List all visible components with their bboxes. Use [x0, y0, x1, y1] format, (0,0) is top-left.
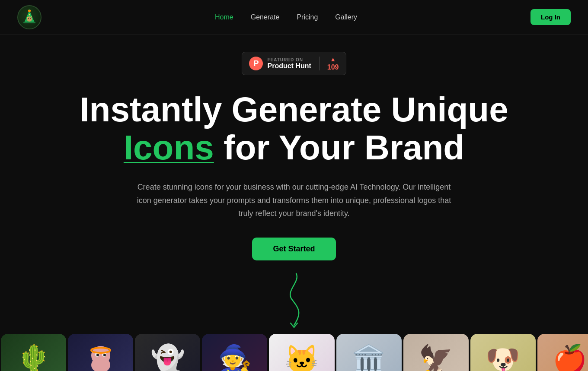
icon-card-0-image: 🌵: [1, 334, 66, 371]
icon-card-1[interactable]: [68, 334, 133, 371]
hero-section: P FEATURED ON Product Hunt ▲ 109 Instant…: [0, 35, 588, 330]
icon-card-4[interactable]: 🐱: [269, 334, 334, 371]
logo[interactable]: [17, 5, 42, 29]
decorative-arrow: [277, 269, 311, 330]
nav-links: Home Generate Pricing Gallery: [215, 13, 357, 21]
ph-text: FEATURED ON Product Hunt: [267, 57, 311, 70]
icon-card-0[interactable]: 🌵: [1, 334, 66, 371]
ph-logo-icon: P: [249, 57, 263, 70]
ph-vote-count: 109: [327, 63, 339, 71]
hero-subtitle: Create stunning icons for your business …: [130, 181, 458, 220]
hero-title-part1: Instantly Generate Unique: [80, 90, 508, 129]
hero-title-highlight: Icons: [124, 128, 214, 167]
svg-point-14: [96, 354, 99, 356]
ph-featured-label: FEATURED ON: [267, 57, 303, 62]
svg-point-6: [27, 17, 28, 18]
icon-card-6-image: 🦅: [403, 334, 469, 371]
hero-title: Instantly Generate Unique Icons for Your…: [35, 91, 553, 167]
svg-point-7: [31, 16, 32, 17]
ph-divider: [319, 57, 320, 70]
nav-home-link[interactable]: Home: [215, 13, 233, 21]
ph-count: ▲ 109: [327, 56, 339, 71]
svg-rect-1: [23, 22, 35, 23]
icon-card-7[interactable]: 🐶: [470, 334, 536, 371]
icon-card-8-image: 🍎: [537, 334, 588, 371]
ph-name-label: Product Hunt: [267, 62, 311, 70]
icon-card-6[interactable]: 🦅: [403, 334, 469, 371]
svg-point-5: [29, 14, 30, 15]
icon-card-2-image: 👻: [135, 334, 200, 371]
icon-card-3-image: 🧙: [202, 334, 267, 371]
logo-icon: [17, 5, 42, 29]
nav-gallery-link[interactable]: Gallery: [335, 13, 357, 21]
ph-arrow-icon: ▲: [330, 56, 336, 63]
product-hunt-badge[interactable]: P FEATURED ON Product Hunt ▲ 109: [242, 52, 346, 75]
navigation: Home Generate Pricing Gallery Log In: [0, 0, 588, 35]
icon-card-3[interactable]: 🧙: [202, 334, 267, 371]
icon-card-2[interactable]: 👻: [135, 334, 200, 371]
svg-point-4: [30, 18, 31, 19]
nav-pricing-link[interactable]: Pricing: [297, 13, 318, 21]
icon-card-8[interactable]: 🍎: [537, 334, 588, 371]
get-started-button[interactable]: Get Started: [252, 238, 336, 260]
svg-point-15: [103, 354, 106, 356]
icon-card-5-image: 🏛️: [336, 334, 402, 371]
svg-point-3: [28, 18, 29, 19]
icon-card-7-image: 🐶: [470, 334, 536, 371]
login-button[interactable]: Log In: [530, 9, 571, 25]
icon-strip: 🌵 👻 🧙 🐱 🏛️ 🦅 🐶: [0, 334, 588, 371]
icon-card-4-image: 🐱: [269, 334, 334, 371]
icon-card-1-image: [68, 334, 133, 371]
icon-card-5[interactable]: 🏛️: [336, 334, 402, 371]
nav-generate-link[interactable]: Generate: [251, 13, 280, 21]
hero-title-part2: for Your Brand: [214, 128, 464, 167]
